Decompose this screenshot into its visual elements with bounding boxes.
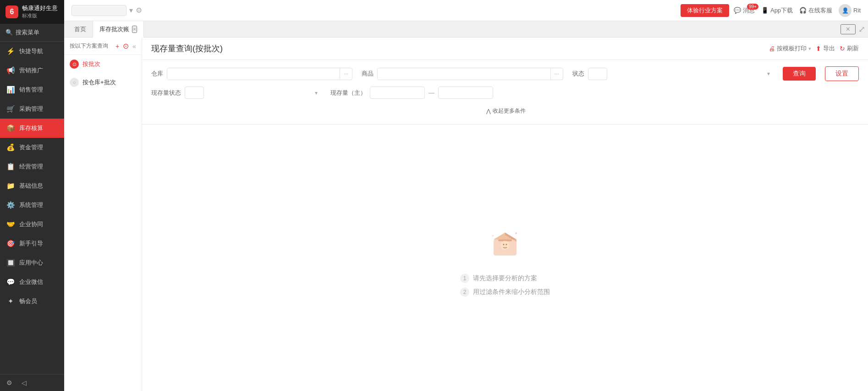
topbar-search-input[interactable] (71, 5, 126, 16)
stock-qty-max-input[interactable] (438, 87, 493, 99)
status-label: 状态 (572, 70, 584, 78)
sidebar-item-label: 系统管理 (19, 201, 43, 209)
page-header-actions: 🖨 按模板打印 ▾ ⬆ 导出 ↻ 刷新 (769, 44, 859, 53)
sidebar-item-marketing[interactable]: 📢 营销推广 (0, 61, 64, 80)
member-icon: ✦ (6, 297, 15, 305)
sidebar-item-finance[interactable]: 💰 资金管理 (0, 138, 64, 157)
topbar-dropdown-button[interactable]: ▾ (129, 7, 133, 14)
tip-item-1: 1 请先选择要分析的方案 (460, 274, 550, 283)
user-profile-button[interactable]: 👤 Rit (839, 4, 861, 17)
svg-point-5 (503, 244, 505, 245)
svg-text:✦: ✦ (512, 239, 514, 242)
sidebar-item-basic[interactable]: 📁 基础信息 (0, 176, 64, 196)
sales-icon: 📊 (6, 86, 15, 94)
sidebar-item-label: 企业协同 (19, 220, 43, 228)
sidebar-item-corp[interactable]: 🤝 企业协同 (0, 215, 64, 234)
tabs-bar: 首页 库存批次账 × × ⤢ (64, 21, 868, 38)
tab-inventory-batch[interactable]: 库存批次账 × (93, 21, 144, 38)
sidebar-search-area[interactable]: 🔍 搜索菜单 (0, 24, 64, 42)
sidebar-item-label: 销售管理 (19, 86, 43, 94)
print-button[interactable]: 🖨 按模板打印 ▾ (769, 44, 811, 53)
user-avatar: 👤 (839, 4, 852, 17)
topbar-settings-button[interactable]: ⚙ (136, 7, 142, 14)
print-label: 按模板打印 (777, 44, 807, 53)
sidebar-item-label: 资金管理 (19, 143, 43, 152)
app-download-button[interactable]: 📱 App下载 (761, 6, 793, 15)
sidebar-header: 6 畅康通好生意 标准版 (0, 0, 64, 24)
refresh-label: 刷新 (847, 44, 859, 53)
scheme-active-icon: ⊙ (70, 60, 79, 69)
search-menu-button[interactable]: 🔍 搜索菜单 (5, 28, 39, 37)
message-button[interactable]: 💬 消息 99+ (734, 6, 755, 15)
stock-qty-label: 现存量（主） (330, 89, 366, 97)
window-close-button[interactable]: × (841, 24, 856, 34)
topbar-input-area: ▾ ⚙ (71, 5, 676, 16)
filter-row-1: 仓库 ··· 商品 ··· (151, 66, 859, 81)
print-dropdown-icon: ▾ (808, 46, 811, 52)
refresh-icon: ↻ (840, 45, 845, 52)
settings-button[interactable]: 设置 (825, 66, 859, 81)
collapse-conditions-button[interactable]: ⋀ 收起更多条件 (151, 104, 859, 118)
print-icon: 🖨 (769, 45, 775, 52)
trial-industry-button[interactable]: 体验行业方案 (681, 4, 729, 17)
product-more-icon[interactable]: ··· (550, 68, 563, 79)
product-filter: 商品 ··· (362, 68, 563, 80)
corp-icon: 🤝 (6, 220, 15, 228)
filter-area: 仓库 ··· 商品 ··· (142, 60, 868, 125)
tab-close-button[interactable]: × (132, 26, 137, 33)
refresh-button[interactable]: ↻ 刷新 (840, 44, 859, 53)
sidebar-nav: ⚡ 快捷导航 📢 营销推广 📊 销售管理 🛒 采购管理 📦 库存核算 💰 资金管… (0, 42, 64, 374)
sidebar-item-system[interactable]: ⚙️ 系统管理 (0, 196, 64, 215)
stock-qty-min-input[interactable] (370, 87, 425, 99)
left-panel-actions: + ⊙ « (115, 43, 136, 50)
app-logo: 6 (5, 5, 18, 18)
sidebar-item-inventory[interactable]: 📦 库存核算 (0, 119, 64, 138)
app-info: 畅康通好生意 标准版 (22, 5, 58, 19)
inventory-icon: 📦 (6, 124, 15, 132)
scheme-item-warehouse-batch[interactable]: ○ 按仓库+批次 (64, 73, 142, 92)
sidebar-item-app-center[interactable]: 🔲 应用中心 (0, 253, 64, 272)
product-input[interactable] (378, 68, 550, 80)
sidebar-item-purchase[interactable]: 🛒 采购管理 (0, 99, 64, 119)
quick-nav-icon: ⚡ (6, 47, 15, 55)
tab-home[interactable]: 首页 (68, 21, 93, 38)
topbar: ▾ ⚙ 体验行业方案 💬 消息 99+ 📱 App下载 🎧 在线客服 👤 (64, 0, 868, 21)
tip-text-1: 请先选择要分析的方案 (473, 274, 537, 282)
stock-status-filter: 现存量状态 (151, 87, 321, 99)
status-select[interactable] (588, 68, 607, 80)
stock-status-select[interactable] (185, 87, 204, 99)
footer-collapse-button[interactable]: ◁ (22, 379, 27, 386)
sidebar-item-label: 畅会员 (19, 297, 37, 305)
collapse-label: 收起更多条件 (493, 107, 526, 115)
sidebar-item-wechat[interactable]: 💬 企业微信 (0, 272, 64, 292)
purchase-icon: 🛒 (6, 105, 15, 113)
message-icon: 💬 (734, 7, 741, 14)
scheme-item-label: 按仓库+批次 (82, 78, 116, 87)
warehouse-more-icon[interactable]: ··· (340, 68, 352, 79)
tip-num-1: 1 (460, 274, 469, 283)
sidebar-item-member[interactable]: ✦ 畅会员 (0, 292, 64, 311)
window-expand-button[interactable]: ⤢ (856, 25, 868, 33)
sidebar-item-sales[interactable]: 📊 销售管理 (0, 80, 64, 99)
svg-text:✦: ✦ (491, 234, 494, 238)
footer-collapse-icon: ◁ (22, 379, 27, 386)
add-scheme-button[interactable]: + (115, 43, 119, 49)
export-label: 导出 (823, 44, 835, 53)
scheme-settings-button[interactable]: ⊙ (123, 43, 129, 50)
warehouse-input[interactable] (167, 68, 340, 80)
svg-point-4 (500, 241, 510, 250)
sidebar-item-label: 快捷导航 (19, 47, 43, 55)
wechat-icon: 💬 (6, 278, 15, 286)
sidebar-footer: ⚙ ◁ (0, 374, 64, 391)
export-button[interactable]: ⬆ 导出 (816, 44, 835, 53)
sidebar-item-guide[interactable]: 🎯 新手引导 (0, 234, 64, 253)
query-button[interactable]: 查询 (783, 67, 816, 81)
scheme-item-batch[interactable]: ⊙ 按批次 (64, 55, 142, 73)
sidebar-item-operation[interactable]: 📋 经营管理 (0, 157, 64, 176)
marketing-icon: 📢 (6, 66, 15, 75)
sidebar-item-quick-nav[interactable]: ⚡ 快捷导航 (0, 42, 64, 61)
service-icon: 🎧 (799, 7, 807, 14)
online-service-button[interactable]: 🎧 在线客服 (799, 6, 832, 15)
footer-settings-button[interactable]: ⚙ (6, 379, 12, 386)
collapse-panel-button[interactable]: « (132, 43, 136, 49)
